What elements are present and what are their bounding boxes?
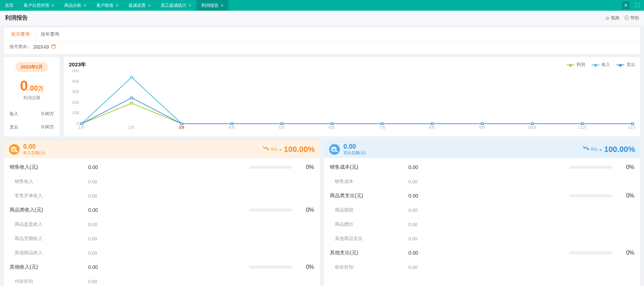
svg-point-46 bbox=[231, 123, 233, 125]
top-tab[interactable]: 客户分层经营✕ bbox=[19, 0, 59, 11]
svg-text:6月: 6月 bbox=[329, 126, 335, 129]
query-label: 按月查询： bbox=[10, 44, 31, 50]
row-name: 付款折扣 bbox=[10, 278, 88, 285]
calendar-icon[interactable] bbox=[51, 44, 56, 50]
top-tab-label: 利润报告 bbox=[201, 2, 218, 9]
close-icon: ✕ bbox=[624, 3, 628, 8]
svg-text:1月: 1月 bbox=[78, 126, 85, 129]
query-subtabs: 按月查询 | 按年查询 bbox=[4, 27, 640, 41]
trend-down-icon bbox=[582, 145, 589, 154]
top-tab[interactable]: 员工提成统计✕ bbox=[156, 0, 196, 11]
category-row: 销售成本(元)0.000% bbox=[330, 160, 634, 174]
sub-row: 其他商品收入0.00 bbox=[10, 246, 314, 260]
svg-text:100: 100 bbox=[72, 111, 79, 115]
row-value: 0.00 bbox=[88, 250, 167, 256]
topbar-right: ✕ ⛶ bbox=[619, 0, 644, 11]
percent-bar bbox=[249, 209, 292, 211]
expense-total-amount: 0.00 bbox=[343, 143, 366, 150]
top-tab[interactable]: 客户联络✕ bbox=[91, 0, 124, 11]
row-name: 其他商品支出 bbox=[330, 235, 408, 242]
svg-point-49 bbox=[381, 123, 383, 125]
top-tab[interactable]: 提成设置✕ bbox=[124, 0, 156, 11]
query-date-value[interactable]: 2023-03 bbox=[33, 45, 49, 50]
svg-text:200: 200 bbox=[72, 101, 79, 104]
row-percent: 0% bbox=[617, 164, 634, 170]
top-tab[interactable]: 商品分析✕ bbox=[59, 0, 91, 11]
top-tab[interactable]: 利润报告✕ bbox=[196, 0, 228, 11]
svg-text:2月: 2月 bbox=[129, 126, 135, 129]
month-pill: 2023年3月 bbox=[15, 62, 48, 72]
coins-plus-icon bbox=[9, 144, 20, 155]
sub-row: 商品赠出0.00 bbox=[330, 217, 634, 231]
row-value: 0.00 bbox=[408, 250, 487, 256]
svg-point-44 bbox=[130, 97, 133, 99]
top-tab-label: 提成设置 bbox=[129, 2, 146, 9]
sub-row: 销售成本0.00 bbox=[330, 174, 634, 189]
percent-bar bbox=[249, 266, 292, 269]
category-row: 其他收入(元)0.000% bbox=[10, 260, 314, 274]
expense-trend: 环比 - 100.00% bbox=[582, 145, 635, 154]
tab-close-all-button[interactable]: ✕ bbox=[622, 1, 630, 9]
chart-plot-area[interactable]: 01002003004005001月2月3月4月5月6月7月8月9月10月11月… bbox=[69, 70, 635, 130]
svg-text:400: 400 bbox=[72, 79, 79, 83]
sub-row: 付款折扣0.00 bbox=[10, 274, 314, 286]
expense-rows: 销售成本(元)0.000%销售成本0.00商品类支出(元)0.000%商品报损0… bbox=[324, 158, 640, 278]
svg-text:10月: 10月 bbox=[528, 126, 537, 129]
close-icon[interactable]: ✕ bbox=[148, 4, 151, 7]
percent-bar bbox=[569, 166, 612, 169]
svg-point-45 bbox=[181, 123, 183, 125]
subtab-yearly[interactable]: 按年查询 bbox=[39, 31, 61, 37]
row-value: 0.00 bbox=[88, 193, 167, 199]
close-icon[interactable]: ✕ bbox=[51, 4, 54, 7]
close-icon[interactable]: ✕ bbox=[84, 4, 86, 7]
row-percent: 0% bbox=[296, 264, 314, 270]
income-rows: 销售收入(元)0.000%销售收入0.00零售开单收入0.00商品类收入(元)0… bbox=[4, 158, 320, 286]
sub-row: 商品受赠收入0.00 bbox=[10, 231, 314, 246]
svg-point-52 bbox=[531, 123, 534, 125]
percent-bar bbox=[249, 166, 292, 169]
row-percent: 0% bbox=[296, 164, 314, 170]
row-name: 商品类收入(元) bbox=[10, 207, 88, 213]
close-icon[interactable]: ✕ bbox=[116, 4, 119, 7]
svg-text:9月: 9月 bbox=[479, 126, 485, 129]
summary-card: 2023年3月 0.00万 利润总额 收入 0.00万 支出 0.00万 bbox=[4, 57, 60, 137]
top-tabbar: 首页客户分层经营✕商品分析✕客户联络✕提成设置✕员工提成统计✕利润报告✕ ✕ ⛶ bbox=[0, 0, 644, 11]
row-value: 0.00 bbox=[88, 236, 167, 241]
fullscreen-button[interactable]: ⛶ bbox=[633, 1, 641, 9]
legend-swatch-icon bbox=[592, 65, 599, 65]
svg-text:4月: 4月 bbox=[228, 126, 235, 129]
subtab-monthly[interactable]: 按月查询 bbox=[10, 31, 31, 37]
row-name: 商品受赠收入 bbox=[10, 235, 88, 242]
row-value: 0.00 bbox=[88, 164, 167, 170]
row-name: 商品盘盈收入 bbox=[10, 221, 88, 228]
row-percent: 0% bbox=[617, 193, 634, 199]
top-tab[interactable]: 首页 bbox=[0, 0, 19, 11]
row-value: 0.00 bbox=[88, 222, 167, 227]
row-name: 商品赠出 bbox=[330, 221, 408, 228]
sub-row: 收款折扣0.00 bbox=[330, 260, 634, 274]
legend-expense[interactable]: 支出 bbox=[617, 62, 635, 68]
top-tab-label: 商品分析 bbox=[64, 2, 81, 9]
sub-row: 其他商品支出0.00 bbox=[330, 231, 634, 246]
help-link[interactable]: ⓘ 帮助 bbox=[624, 15, 639, 21]
close-icon[interactable]: ✕ bbox=[221, 4, 223, 7]
close-icon[interactable]: ✕ bbox=[188, 4, 191, 7]
chart-legend: 利润 收入 支出 bbox=[567, 62, 635, 68]
video-link[interactable]: ⊙ 视频 bbox=[605, 15, 619, 21]
svg-text:11月: 11月 bbox=[578, 126, 587, 129]
svg-point-43 bbox=[80, 123, 83, 125]
top-tab-label: 客户联络 bbox=[96, 2, 114, 9]
svg-text:500: 500 bbox=[72, 70, 79, 73]
svg-point-47 bbox=[281, 123, 283, 125]
coins-minus-icon bbox=[329, 144, 340, 155]
expand-icon: ⛶ bbox=[635, 3, 639, 8]
profit-total-label: 利润总额 bbox=[10, 95, 54, 101]
row-value: 0.00 bbox=[408, 265, 487, 270]
svg-point-20 bbox=[130, 102, 133, 104]
legend-income[interactable]: 收入 bbox=[592, 62, 610, 68]
legend-profit[interactable]: 利润 bbox=[567, 62, 585, 68]
svg-text:12月: 12月 bbox=[628, 126, 635, 129]
income-header: 0.00 收入总额(元) 环比 - 100.00% bbox=[4, 141, 320, 158]
row-name: 其他商品收入 bbox=[10, 250, 88, 256]
row-value: 0.00 bbox=[88, 264, 167, 270]
